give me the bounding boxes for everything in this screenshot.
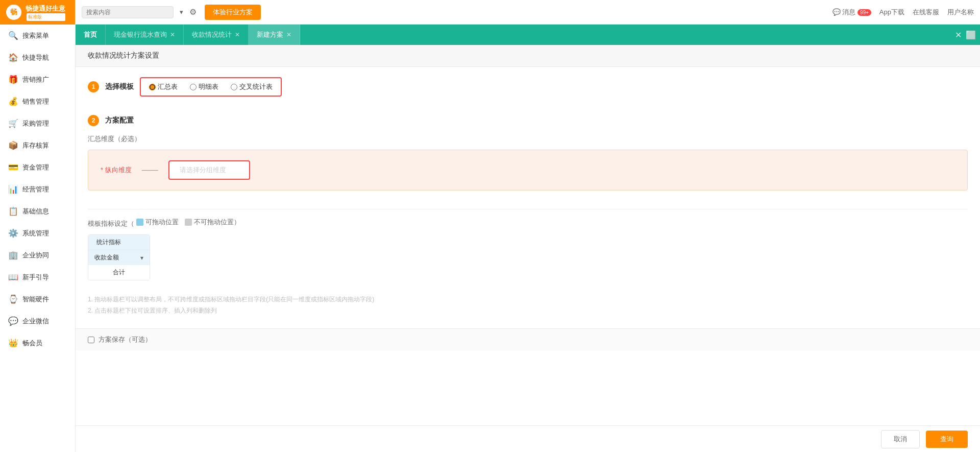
- sidebar-item-marketing[interactable]: 🎁 营销推广: [0, 68, 75, 90]
- notification-badge: 99+: [857, 9, 871, 16]
- tab-new-plan[interactable]: 新建方案 ✕: [249, 25, 300, 45]
- save-plan-label: 方案保存（可选）: [99, 335, 152, 344]
- sidebar-item-sales[interactable]: 💰 销售管理: [0, 90, 75, 112]
- tab-close-all-icon[interactable]: ✕: [955, 30, 962, 40]
- sidebar-item-label: 经营管理: [22, 185, 49, 194]
- save-bar: 方案保存（可选）: [76, 328, 980, 350]
- purchase-icon: 🛒: [8, 118, 18, 128]
- tab-bank-flow-close-icon[interactable]: ✕: [170, 31, 175, 38]
- dimension-section-title: 汇总维度（必选）: [88, 134, 968, 144]
- member-icon: 👑: [8, 338, 18, 348]
- notification-label: 消息: [842, 8, 855, 16]
- tab-collection-stats-close-icon[interactable]: ✕: [235, 31, 240, 38]
- radio-cross-input[interactable]: [231, 84, 237, 90]
- tips-section: 1. 拖动标题栏可以调整布局，不可跨维度或指标区域拖动栏目字段(只能在同一维度或…: [76, 290, 980, 328]
- sidebar: 畅 畅捷通好生意 标准版 🔍 搜索菜单 🏠 快捷导航 🎁 营销推广 💰 销售管理…: [0, 0, 76, 452]
- tab-bank-flow-label: 现金银行流水查询: [114, 30, 167, 39]
- metrics-item-label: 收款金额: [94, 253, 119, 262]
- app-download-link[interactable]: App下载: [879, 8, 904, 17]
- sys-manage-icon: ⚙️: [8, 228, 18, 238]
- basic-info-icon: 📋: [8, 206, 18, 216]
- step2-section: 2 方案配置 汇总维度（必选） * 纵向维度 —— 请选择分组维度: [76, 115, 980, 209]
- step2-number: 2: [88, 115, 99, 126]
- radio-summary-input[interactable]: [149, 84, 156, 90]
- footer-bar: 取消 查询: [76, 425, 980, 452]
- sidebar-item-search-menu[interactable]: 🔍 搜索菜单: [0, 25, 75, 46]
- dimension-select[interactable]: 请选择分组维度: [168, 160, 250, 180]
- step2-title: 方案配置: [105, 116, 134, 125]
- content-area: 收款情况统计方案设置 1 选择模板 汇总表 明细表 交: [76, 45, 980, 425]
- notification-area[interactable]: 💬 消息 99+: [832, 8, 871, 17]
- main-area: ▾ ⚙ 体验行业方案 💬 消息 99+ App下载 在线客服 用户名称 首页 现…: [76, 0, 980, 452]
- sidebar-item-enterprise[interactable]: 🏢 企业协同: [0, 244, 75, 266]
- tab-maximize-icon[interactable]: ⬜: [966, 30, 976, 40]
- query-button[interactable]: 查询: [926, 431, 968, 448]
- sidebar-item-label: 企业微信: [22, 317, 49, 326]
- newbie-icon: 📖: [8, 272, 18, 282]
- sidebar-item-label: 系统管理: [22, 229, 49, 238]
- tab-collection-stats[interactable]: 收款情况统计 ✕: [184, 25, 249, 45]
- sidebar-item-label: 采购管理: [22, 119, 49, 128]
- sidebar-item-basic-info[interactable]: 📋 基础信息: [0, 200, 75, 222]
- wechat-icon: 💬: [8, 316, 18, 326]
- radio-summary[interactable]: 汇总表: [149, 82, 178, 91]
- try-industry-button[interactable]: 体验行业方案: [205, 5, 261, 20]
- tip1: 1. 拖动标题栏可以调整布局，不可跨维度或指标区域拖动栏目字段(只能在同一维度或…: [88, 294, 968, 305]
- metrics-section: 模板指标设定（ 可拖动位置 不可拖动位置） 统计指标 收款金额 ▾ 合计: [76, 218, 980, 290]
- sidebar-item-label: 智能硬件: [22, 295, 49, 304]
- logo-icon: 畅: [6, 5, 21, 20]
- enterprise-icon: 🏢: [8, 250, 18, 260]
- sidebar-item-label: 畅会员: [22, 339, 42, 348]
- sidebar-item-purchase[interactable]: 🛒 采购管理: [0, 112, 75, 134]
- sidebar-logo: 畅 畅捷通好生意 标准版: [0, 0, 75, 25]
- metrics-table: 统计指标 收款金额 ▾ 合计: [88, 234, 150, 280]
- chevron-down-icon[interactable]: ▾: [180, 8, 183, 16]
- operations-icon: 📊: [8, 184, 18, 194]
- header-right: 💬 消息 99+ App下载 在线客服 用户名称: [832, 8, 974, 17]
- tab-home-label: 首页: [84, 30, 97, 39]
- online-service-link[interactable]: 在线客服: [913, 8, 939, 17]
- radio-detail-input[interactable]: [190, 84, 197, 90]
- non-draggable-label: 不可拖动位置）: [194, 218, 240, 227]
- sidebar-nav: 🔍 搜索菜单 🏠 快捷导航 🎁 营销推广 💰 销售管理 🛒 采购管理 📦 库存核…: [0, 25, 75, 452]
- sidebar-item-label: 企业协同: [22, 251, 49, 260]
- search-menu-icon: 🔍: [8, 31, 18, 40]
- gear-icon[interactable]: ⚙: [189, 7, 197, 17]
- metrics-category-header: 统计指标: [88, 235, 150, 250]
- step1-title: 选择模板: [105, 82, 134, 91]
- sidebar-item-label: 快捷导航: [22, 53, 49, 62]
- metrics-item-total: 合计: [88, 265, 150, 280]
- username-display[interactable]: 用户名称: [947, 8, 974, 17]
- sidebar-item-sys-manage[interactable]: ⚙️ 系统管理: [0, 222, 75, 244]
- logo-badge: 标准版: [27, 13, 65, 21]
- sidebar-item-smart-hw[interactable]: ⌚ 智能硬件: [0, 288, 75, 310]
- tab-bar-right: ✕ ⬜: [951, 25, 980, 45]
- dimension-row: * 纵向维度 —— 请选择分组维度: [101, 160, 955, 180]
- radio-detail[interactable]: 明细表: [190, 82, 218, 91]
- sidebar-item-quick-nav[interactable]: 🏠 快捷导航: [0, 46, 75, 68]
- radio-cross[interactable]: 交叉统计表: [231, 82, 273, 91]
- sidebar-item-member[interactable]: 👑 畅会员: [0, 332, 75, 354]
- radio-detail-label: 明细表: [199, 82, 218, 91]
- chevron-down-icon[interactable]: ▾: [140, 254, 143, 261]
- page-title: 收款情况统计方案设置: [76, 45, 980, 67]
- tab-bank-flow[interactable]: 现金银行流水查询 ✕: [106, 25, 184, 45]
- sidebar-item-label: 资金管理: [22, 163, 49, 172]
- metrics-item-collection-amount[interactable]: 收款金额 ▾: [88, 250, 150, 265]
- cancel-button[interactable]: 取消: [881, 430, 920, 448]
- save-plan-checkbox[interactable]: [88, 337, 94, 343]
- top-header: ▾ ⚙ 体验行业方案 💬 消息 99+ App下载 在线客服 用户名称: [76, 0, 980, 25]
- search-input[interactable]: [82, 6, 174, 18]
- sidebar-item-finance[interactable]: 💳 资金管理: [0, 156, 75, 178]
- sidebar-item-inventory[interactable]: 📦 库存核算: [0, 134, 75, 156]
- tab-new-plan-close-icon[interactable]: ✕: [286, 31, 291, 38]
- sidebar-item-newbie[interactable]: 📖 新手引导: [0, 266, 75, 288]
- tab-new-plan-label: 新建方案: [257, 30, 283, 39]
- radio-cross-label: 交叉统计表: [239, 82, 273, 91]
- sidebar-item-label: 搜索菜单: [22, 31, 49, 40]
- sales-icon: 💰: [8, 97, 18, 106]
- sidebar-item-wechat[interactable]: 💬 企业微信: [0, 310, 75, 332]
- sidebar-item-operations[interactable]: 📊 经营管理: [0, 178, 75, 200]
- tab-home[interactable]: 首页: [76, 25, 106, 45]
- step1-section: 1 选择模板 汇总表 明细表 交叉统计表: [76, 67, 980, 115]
